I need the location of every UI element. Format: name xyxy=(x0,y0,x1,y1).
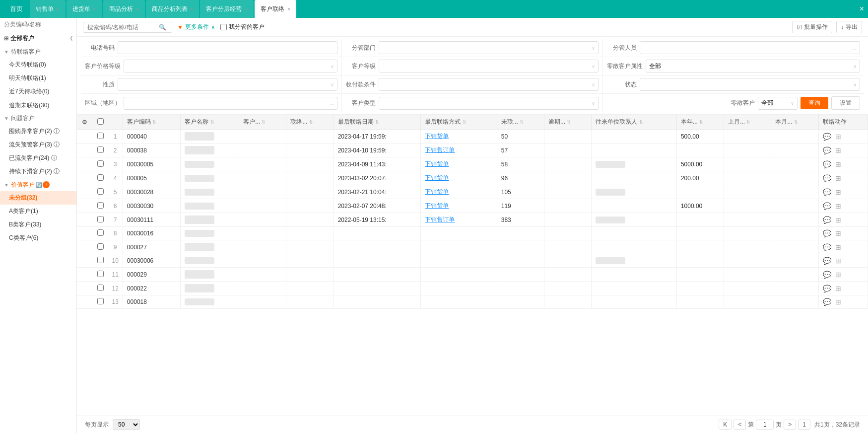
th-type[interactable]: 客户... ⇅ xyxy=(239,115,286,130)
my-customers-checkbox[interactable] xyxy=(220,24,227,30)
row-checkbox[interactable] xyxy=(97,188,104,195)
my-customers-checkbox-container[interactable]: 我分管的客户 xyxy=(220,23,265,31)
value-customers-refresh-icon[interactable]: 🔄 xyxy=(36,182,42,188)
region-select[interactable]: ... xyxy=(124,97,337,110)
message-action-icon[interactable]: 💬 xyxy=(823,285,831,292)
all-customers-header[interactable]: ⊞ 全部客户 《 xyxy=(0,31,76,46)
th-this-year[interactable]: 本年... ⇅ xyxy=(676,115,724,130)
message-action-icon[interactable]: 💬 xyxy=(823,174,831,182)
th-this-month[interactable]: 本月... ⇅ xyxy=(771,115,818,130)
close-customer-contact-icon[interactable]: × xyxy=(287,6,290,12)
tab-customer-tier[interactable]: 客户分层经营 × xyxy=(200,0,254,18)
th-name[interactable]: 客户名称 ⇅ xyxy=(181,115,239,130)
sidebar-item-class-b[interactable]: B类客户(33) xyxy=(0,218,76,231)
sidebar-item-declining[interactable]: 持续下滑客户(2) ⓘ xyxy=(0,165,76,178)
message-action-icon[interactable]: 💬 xyxy=(823,133,831,141)
th-unit-contact[interactable]: 往来单位联系人 ⇅ xyxy=(592,115,677,130)
first-page-button[interactable]: K xyxy=(719,420,732,430)
close-product-analysis-list-icon[interactable]: × xyxy=(191,6,194,12)
customer-type-select[interactable]: ∨ xyxy=(379,97,599,110)
th-contact[interactable]: 联络... ⇅ xyxy=(286,115,334,130)
th-code[interactable]: 客户编码 ⇅ xyxy=(123,115,181,130)
row-checkbox[interactable] xyxy=(97,174,104,181)
page-size-select[interactable]: 50 100 200 xyxy=(113,419,140,430)
payment-select[interactable]: ∨ xyxy=(379,78,599,91)
row-checkbox[interactable] xyxy=(97,133,104,139)
query-button[interactable]: 查询 xyxy=(801,97,828,109)
dept-select[interactable]: ∨ xyxy=(379,41,599,54)
sidebar-item-ungrouped[interactable]: 未分组(32) xyxy=(0,191,76,205)
row-checkbox[interactable] xyxy=(97,298,104,304)
row-checkbox[interactable] xyxy=(97,216,104,222)
message-action-icon[interactable]: 💬 xyxy=(823,243,831,251)
sidebar-item-churned[interactable]: 已流失客户(24) ⓘ xyxy=(0,151,76,165)
batch-operations-button[interactable]: ☑ 批量操作 xyxy=(792,21,832,33)
last-method-link[interactable]: 下销售订单 xyxy=(425,146,455,153)
sidebar-search-input[interactable] xyxy=(4,21,77,28)
prev-page-button[interactable]: < xyxy=(734,420,746,430)
sidebar-item-today[interactable]: 今天待联络(0) xyxy=(0,58,76,72)
close-purchase-order-icon[interactable]: × xyxy=(93,6,96,12)
status-select[interactable]: ∨ xyxy=(640,78,860,91)
reset-button[interactable]: 设置 xyxy=(831,96,860,110)
filter-search-icon[interactable]: 🔍 xyxy=(159,24,166,31)
row-checkbox[interactable] xyxy=(97,243,104,250)
last-method-link[interactable]: 下销货单 xyxy=(425,174,449,181)
problem-customers-title[interactable]: ▼ 问题客户 xyxy=(0,112,76,125)
retail-attr-select[interactable]: 全部∨ xyxy=(646,60,860,72)
grid-action-icon[interactable]: ⊞ xyxy=(835,298,841,306)
grid-action-icon[interactable]: ⊞ xyxy=(835,216,841,224)
tab-purchase-order[interactable]: 进货单 × xyxy=(67,0,102,18)
message-action-icon[interactable]: 💬 xyxy=(823,271,831,279)
message-action-icon[interactable]: 💬 xyxy=(823,160,831,168)
last-method-link[interactable]: 下销货单 xyxy=(425,160,449,167)
tab-sales-order[interactable]: 销售单 × xyxy=(30,0,66,18)
page-number-input[interactable] xyxy=(756,420,774,430)
last-page-button[interactable]: 1 xyxy=(798,420,810,430)
last-method-link[interactable]: 下销货单 xyxy=(425,202,449,209)
nature-select[interactable]: ∨ xyxy=(118,78,337,91)
row-checkbox[interactable] xyxy=(97,257,104,263)
tab-customer-contact[interactable]: 客户联络 × xyxy=(255,0,296,18)
sidebar-item-churn-warning[interactable]: 流失预警客户(3) ⓘ xyxy=(0,138,76,151)
select-all-checkbox[interactable] xyxy=(97,118,104,125)
grid-action-icon[interactable]: ⊞ xyxy=(835,146,841,154)
row-checkbox[interactable] xyxy=(97,146,104,153)
row-checkbox[interactable] xyxy=(97,160,104,167)
filter-search-input[interactable] xyxy=(87,24,157,31)
th-last-method[interactable]: 最后联络方式 ⇅ xyxy=(421,115,497,130)
grid-action-icon[interactable]: ⊞ xyxy=(835,202,841,210)
message-action-icon[interactable]: 💬 xyxy=(823,216,831,224)
th-overdue[interactable]: 逾期... ⇅ xyxy=(544,115,592,130)
grid-action-icon[interactable]: ⊞ xyxy=(835,257,841,265)
sidebar-item-overdue[interactable]: 逾期未联络(30) xyxy=(0,99,76,112)
sidebar-item-tomorrow[interactable]: 明天待联络(1) xyxy=(0,72,76,85)
grid-action-icon[interactable]: ⊞ xyxy=(835,229,841,237)
pending-contact-title[interactable]: ▼ 待联络客户 xyxy=(0,46,76,58)
th-settings[interactable]: ⚙ xyxy=(77,115,93,130)
close-all-button[interactable]: × xyxy=(860,4,864,13)
message-action-icon[interactable]: 💬 xyxy=(823,146,831,154)
row-checkbox[interactable] xyxy=(97,271,104,277)
more-conditions-button[interactable]: ▼ 更多条件 ∧ xyxy=(177,23,215,31)
retail-customer-select[interactable]: 全部∨ xyxy=(758,97,798,110)
last-method-link[interactable]: 下销售订单 xyxy=(425,216,455,223)
export-button[interactable]: ↓ 导出 xyxy=(836,21,862,33)
close-sales-order-icon[interactable]: × xyxy=(57,6,60,12)
tab-product-analysis[interactable]: 商品分析 × xyxy=(103,0,145,18)
grid-action-icon[interactable]: ⊞ xyxy=(835,285,841,292)
tab-product-analysis-list[interactable]: 商品分析列表 × xyxy=(146,0,200,18)
message-action-icon[interactable]: 💬 xyxy=(823,298,831,306)
sidebar-item-class-a[interactable]: A类客户(1) xyxy=(0,205,76,218)
sidebar-item-class-c[interactable]: C类客户(6) xyxy=(0,231,76,245)
th-no-contact[interactable]: 未联... ⇅ xyxy=(497,115,544,130)
close-customer-tier-icon[interactable]: × xyxy=(245,6,248,12)
manager-select[interactable]: ... xyxy=(640,41,860,54)
row-checkbox[interactable] xyxy=(97,285,104,291)
grade-select[interactable]: ∨ xyxy=(379,60,599,72)
message-action-icon[interactable]: 💬 xyxy=(823,188,831,196)
th-last-month[interactable]: 上月... ⇅ xyxy=(724,115,771,130)
grid-action-icon[interactable]: ⊞ xyxy=(835,174,841,182)
message-action-icon[interactable]: 💬 xyxy=(823,202,831,210)
th-last-date[interactable]: 最后联络日期 ⇅ xyxy=(334,115,421,130)
